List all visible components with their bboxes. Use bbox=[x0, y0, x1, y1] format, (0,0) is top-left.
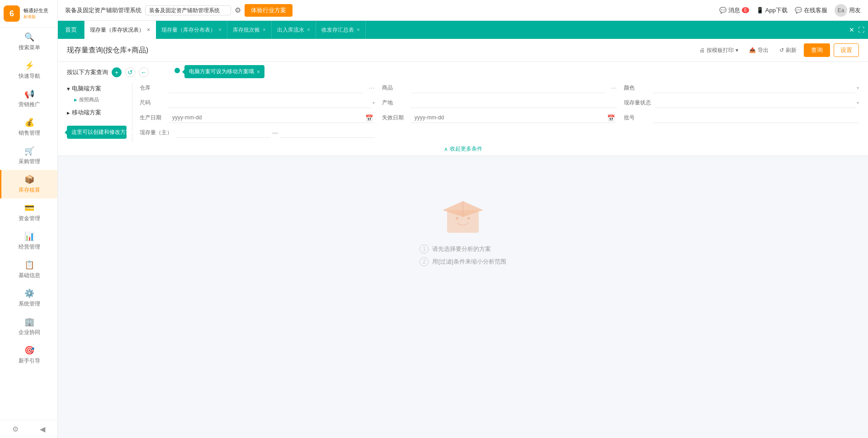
tooltip1-close[interactable]: × bbox=[257, 69, 260, 75]
system-title: 装备及固定资产辅助管理系统 bbox=[65, 6, 142, 14]
expire-date-input[interactable] bbox=[411, 113, 617, 123]
tab-close-icon[interactable]: × bbox=[147, 27, 150, 33]
stock-qty-from[interactable] bbox=[176, 127, 270, 138]
phone-icon: 📱 bbox=[756, 7, 764, 14]
warehouse-input[interactable] bbox=[169, 83, 363, 93]
logo-badge: 标准版 bbox=[24, 14, 48, 20]
tab-close-icon[interactable]: × bbox=[357, 27, 360, 33]
stock-status-arrow[interactable]: ▾ bbox=[857, 100, 859, 105]
range-dash: — bbox=[272, 129, 278, 136]
app-download-action[interactable]: 📱 App下载 bbox=[756, 6, 788, 14]
tab-close-icon[interactable]: × bbox=[218, 27, 222, 33]
header-settings-icon[interactable]: ⚙ bbox=[235, 6, 241, 14]
tab-maximize-icon[interactable]: ⛶ bbox=[858, 26, 864, 33]
add-scheme-button[interactable]: + bbox=[112, 67, 122, 77]
goods-dots-icon[interactable]: ··· bbox=[611, 84, 617, 92]
produce-date-input[interactable] bbox=[169, 113, 375, 123]
warehouse-dots-icon[interactable]: ··· bbox=[368, 84, 374, 92]
tab-collect[interactable]: 收发存汇总表 × bbox=[316, 21, 366, 39]
finance-icon: 💳 bbox=[24, 203, 34, 213]
tooltip1-text: 电脑方案可设为移动方案哦 bbox=[189, 68, 254, 75]
tab-label: 收发存汇总表 bbox=[321, 26, 354, 34]
tab-inout[interactable]: 出入库流水 × bbox=[272, 21, 316, 39]
origin-input[interactable] bbox=[411, 98, 617, 108]
sidebar-item-finance[interactable]: 💳 资金管理 bbox=[0, 198, 57, 227]
sidebar-item-system[interactable]: ⚙️ 系统管理 bbox=[0, 284, 57, 312]
sidebar-item-label: 企业协同 bbox=[19, 329, 40, 336]
desktop-scheme-node[interactable]: ▾ 电脑端方案 bbox=[67, 83, 127, 94]
sidebar-item-enterprise[interactable]: 🏢 企业协同 bbox=[0, 312, 57, 341]
tab-label: 现存量（库存状况表） bbox=[90, 26, 144, 34]
system-select[interactable]: 装备及固定资产辅助管理系统 bbox=[145, 5, 231, 15]
tab-close-icon[interactable]: × bbox=[307, 27, 310, 33]
field-stock-status: 现存量状态 ▾ bbox=[624, 98, 859, 108]
refresh-scheme-button[interactable]: ↺ bbox=[125, 67, 135, 77]
desktop-scheme-label: 电脑端方案 bbox=[72, 85, 101, 93]
goods-input[interactable] bbox=[411, 83, 605, 93]
size-input[interactable] bbox=[169, 98, 372, 108]
sidebar-item-quicknav[interactable]: ⚡ 快速导航 bbox=[0, 56, 57, 85]
sidebar-item-search[interactable]: 🔍 搜索菜单 bbox=[0, 28, 57, 56]
refresh-label: 刷新 bbox=[786, 47, 797, 54]
tab-home-label: 首页 bbox=[65, 26, 77, 34]
logo-text: 畅通好生意 bbox=[24, 7, 48, 14]
tab-close-icon[interactable]: × bbox=[263, 27, 266, 33]
online-support-action[interactable]: 💬 在线客服 bbox=[795, 6, 827, 14]
color-dropdown-arrow[interactable]: ▾ bbox=[857, 85, 859, 90]
tooltip2-close[interactable]: × bbox=[139, 129, 142, 136]
sidebar-item-purchase[interactable]: 🛒 采购管理 bbox=[0, 141, 57, 170]
size-label: 尺码 bbox=[140, 99, 165, 107]
calendar-icon[interactable]: 📅 bbox=[365, 114, 373, 122]
notification-action[interactable]: 💬 消息 6 bbox=[719, 6, 749, 14]
stock-status-label: 现存量状态 bbox=[624, 99, 651, 107]
sidebar-item-inventory[interactable]: 📦 库存核算 bbox=[0, 170, 57, 198]
tooltip2-text: 这里可以创建和修改方案哦 bbox=[71, 128, 137, 136]
color-input[interactable] bbox=[653, 83, 856, 93]
sidebar-logo: 6 畅通好生意 标准版 bbox=[0, 0, 57, 28]
tab-home[interactable]: 首页 bbox=[58, 21, 85, 39]
refresh-action[interactable]: ↺ 刷新 bbox=[776, 45, 800, 56]
experience-button[interactable]: 体验行业方案 bbox=[245, 4, 292, 17]
stock-qty-to[interactable] bbox=[280, 127, 374, 138]
sidebar-item-marketing[interactable]: 📢 营销推广 bbox=[0, 85, 57, 113]
field-origin: 产地 bbox=[382, 98, 617, 108]
sidebar-item-guide[interactable]: 🎯 新手引导 bbox=[0, 341, 57, 369]
export-action[interactable]: 📤 导出 bbox=[745, 45, 772, 56]
scheme-child-goods[interactable]: ▸ 按照商品 bbox=[74, 94, 127, 105]
settings-bottom-icon[interactable]: ⚙ bbox=[12, 425, 19, 433]
svg-point-3 bbox=[456, 217, 458, 220]
size-dropdown-arrow[interactable]: ▾ bbox=[373, 100, 375, 105]
basic-icon: 📋 bbox=[24, 260, 34, 270]
collapse-sidebar-icon[interactable]: ◀ bbox=[40, 425, 45, 433]
stock-status-input[interactable] bbox=[655, 98, 856, 108]
settings-button[interactable]: 设置 bbox=[834, 43, 859, 57]
prev-scheme-button[interactable]: ← bbox=[139, 67, 149, 77]
field-produce-date: 生产日期 📅 bbox=[140, 113, 375, 123]
collapse-up-icon: ∧ bbox=[444, 146, 448, 152]
tab-inventory-dist[interactable]: 现存量（库存分布表） × bbox=[156, 21, 227, 39]
page-header: 现存量查询(按仓库+商品) 🖨 按模板打印 ▾ 📤 导出 ↺ 刷新 查询 设置 bbox=[58, 39, 868, 62]
top-header-right: 💬 消息 6 📱 App下载 💬 在线客服 Ea 用友 bbox=[719, 4, 861, 17]
tab-inventory-status[interactable]: 现存量（库存状况表） × bbox=[85, 21, 156, 39]
batch-no-input[interactable] bbox=[653, 113, 859, 123]
collapse-row[interactable]: ∧ 收起更多条件 bbox=[67, 142, 859, 155]
sidebar-item-basic[interactable]: 📋 基础信息 bbox=[0, 255, 57, 284]
query-button[interactable]: 查询 bbox=[804, 43, 830, 57]
field-size: 尺码 ▾ bbox=[140, 98, 375, 108]
tab-batch[interactable]: 库存批次账 × bbox=[227, 21, 272, 39]
tooltip-create-scheme: 这里可以创建和修改方案哦 × bbox=[67, 126, 127, 139]
calendar2-icon[interactable]: 📅 bbox=[607, 114, 615, 122]
export-icon: 📤 bbox=[749, 47, 756, 53]
refresh-icon: ↺ bbox=[779, 47, 784, 53]
expand-icon: ▸ bbox=[67, 109, 70, 116]
print-action[interactable]: 🖨 按模板打印 ▾ bbox=[696, 45, 742, 56]
tab-close-all-icon[interactable]: ✕ bbox=[849, 26, 854, 33]
user-action[interactable]: Ea 用友 bbox=[835, 4, 861, 17]
tab-label: 库存批次账 bbox=[233, 26, 260, 34]
tab-label: 现存量（库存分布表） bbox=[161, 26, 216, 34]
empty-step-2: 2 用[过滤]条件来缩小分析范围 bbox=[420, 257, 506, 266]
sidebar-item-sales[interactable]: 💰 销售管理 bbox=[0, 113, 57, 141]
mobile-scheme-node[interactable]: ▸ 移动端方案 bbox=[67, 107, 127, 118]
color-label: 颜色 bbox=[624, 84, 649, 92]
sidebar-item-operations[interactable]: 📊 经营管理 bbox=[0, 227, 57, 255]
